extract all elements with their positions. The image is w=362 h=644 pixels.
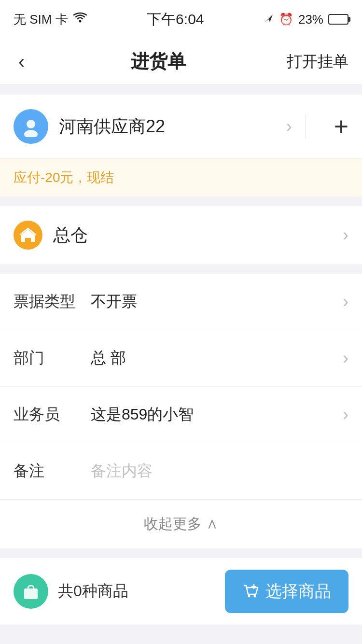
remarks-label: 备注 — [14, 461, 81, 482]
invoice-type-row[interactable]: 票据类型 不开票 › — [0, 274, 362, 330]
status-time: 下午6:04 — [147, 10, 204, 29]
status-bar: 无 SIM 卡 下午6:04 ⏰ 23% — [0, 0, 362, 39]
warehouse-icon — [14, 221, 42, 250]
warehouse-section: 总仓 › — [0, 206, 362, 264]
department-chevron-icon: › — [343, 348, 348, 368]
select-product-label: 选择商品 — [265, 580, 331, 602]
department-row[interactable]: 部门 总 部 › — [0, 330, 362, 386]
product-icon — [14, 574, 48, 609]
warehouse-chevron-icon: › — [343, 225, 348, 245]
remarks-row[interactable]: 备注 备注内容 — [0, 443, 362, 499]
vertical-divider — [306, 114, 306, 139]
open-pending-button[interactable]: 打开挂单 — [287, 51, 348, 72]
carrier-label: 无 SIM 卡 — [14, 11, 68, 28]
alarm-icon: ⏰ — [279, 13, 293, 26]
salesperson-row[interactable]: 业务员 这是859的小智 › — [0, 386, 362, 443]
product-footer: 共0种商品 选择商品 — [0, 548, 362, 625]
nav-bar: ‹ 进货单 打开挂单 — [0, 39, 362, 85]
department-label: 部门 — [14, 348, 81, 369]
svg-point-2 — [24, 130, 38, 137]
status-right: ⏰ 23% — [264, 12, 348, 27]
invoice-type-label: 票据类型 — [14, 291, 81, 312]
battery-percentage: 23% — [298, 12, 323, 27]
invoice-chevron-icon: › — [343, 292, 348, 312]
warehouse-row[interactable]: 总仓 › — [0, 206, 362, 264]
svg-rect-3 — [24, 588, 38, 599]
svg-point-4 — [248, 595, 251, 598]
supplier-chevron-icon: › — [286, 116, 292, 137]
supplier-row[interactable]: 河南供应商22 › + — [0, 95, 362, 159]
salesperson-value: 这是859的小智 — [81, 404, 338, 425]
collapse-label: 收起更多 ∧ — [144, 514, 218, 534]
svg-point-5 — [254, 595, 256, 598]
select-product-button[interactable]: 选择商品 — [225, 570, 348, 613]
supplier-section: 河南供应商22 › + 应付-20元，现结 — [0, 95, 362, 196]
battery-icon — [328, 14, 348, 25]
salesperson-label: 业务员 — [14, 404, 81, 425]
department-value: 总 部 — [81, 348, 338, 369]
supplier-notice: 应付-20元，现结 — [0, 159, 362, 196]
remarks-input[interactable]: 备注内容 — [81, 461, 348, 482]
status-left: 无 SIM 卡 — [14, 11, 87, 28]
product-count-label: 共0种商品 — [58, 581, 225, 602]
salesperson-chevron-icon: › — [343, 405, 348, 425]
invoice-type-value: 不开票 — [81, 291, 338, 312]
page-title: 进货单 — [131, 49, 186, 74]
collapse-row[interactable]: 收起更多 ∧ — [0, 499, 362, 548]
svg-point-0 — [79, 20, 81, 22]
supplier-avatar — [14, 109, 48, 144]
back-button[interactable]: ‹ — [14, 46, 29, 77]
section-gap-3 — [0, 264, 362, 274]
section-gap-2 — [0, 196, 362, 206]
section-gap-1 — [0, 85, 362, 95]
warehouse-label: 总仓 — [53, 224, 338, 247]
svg-point-1 — [27, 120, 35, 128]
location-icon — [264, 12, 274, 27]
add-supplier-button[interactable]: + — [334, 112, 348, 141]
supplier-name: 河南供应商22 — [59, 115, 281, 139]
form-section: 票据类型 不开票 › 部门 总 部 › 业务员 这是859的小智 › 备注 备注… — [0, 274, 362, 548]
wifi-icon — [73, 12, 87, 27]
